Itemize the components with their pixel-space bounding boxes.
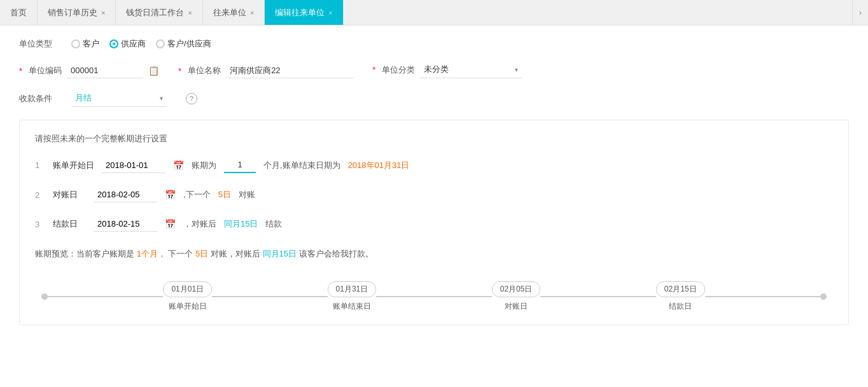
chevron-right-icon: › xyxy=(859,8,862,17)
unit-category-label: 单位分类 xyxy=(382,64,415,76)
close-icon[interactable]: × xyxy=(250,9,254,17)
payment-day-highlight: 同月15日 xyxy=(224,218,258,230)
tabs-bar: 首页 销售订单历史 × 钱货日清工作台 × 往来单位 × 编辑往来单位 × › xyxy=(0,0,868,25)
preview-highlight2: 5日 xyxy=(195,249,208,258)
unit-category-value: 未分类 xyxy=(424,64,512,75)
period-num-2: 2 xyxy=(35,190,45,200)
reconcile-desc-suffix: 对账 xyxy=(239,189,255,201)
chevron-down-icon: ▾ xyxy=(160,95,163,102)
preview-middle: 下一个 xyxy=(168,249,193,258)
close-icon[interactable]: × xyxy=(188,9,192,17)
calendar-icon-1[interactable]: 📅 xyxy=(173,160,184,171)
required-star-code: * xyxy=(19,66,22,76)
radio-circle-supplier xyxy=(109,39,118,48)
timeline-pill-2: 01月31日 xyxy=(328,281,377,297)
unit-type-radio-group: 客户 供应商 客户/供应商 xyxy=(71,38,211,50)
calendar-icon-3[interactable]: 📅 xyxy=(165,219,176,229)
timeline-start-dot xyxy=(41,293,48,300)
copy-icon[interactable]: 📋 xyxy=(148,66,159,76)
timeline-label-4: 结款日 xyxy=(669,301,692,312)
timeline-node-3: 02月05日 对账日 xyxy=(492,281,541,312)
timeline-end-dot xyxy=(820,293,827,300)
unit-name-input[interactable] xyxy=(226,63,353,78)
preview-prefix: 账期预览：当前客户账期是 xyxy=(35,249,134,258)
start-date-input[interactable] xyxy=(102,158,165,173)
radio-customer[interactable]: 客户 xyxy=(71,38,99,50)
payment-date-input[interactable] xyxy=(94,216,157,232)
timeline-line-2 xyxy=(212,296,327,297)
period-desc-months-prefix: 账期为 xyxy=(192,160,216,171)
end-date-highlight: 2018年01月31日 xyxy=(348,160,410,171)
unit-code-input[interactable] xyxy=(67,63,143,78)
radio-customer-supplier[interactable]: 客户/供应商 xyxy=(156,38,211,50)
reconcile-date-input[interactable] xyxy=(94,187,157,202)
timeline-label-3: 对账日 xyxy=(505,301,528,312)
unit-type-label: 单位类型 xyxy=(19,38,52,50)
close-icon[interactable]: × xyxy=(328,9,332,17)
timeline-pill-1: 01月01日 xyxy=(163,281,212,297)
preview-highlight3: 同月15日 xyxy=(263,249,297,258)
preview-highlight1: 1个月， xyxy=(137,249,166,258)
reconcile-desc-prefix: ,下一个 xyxy=(183,189,211,201)
period-row-3: 3 结款日 📅 ，对账后 同月15日 结款 xyxy=(35,216,833,232)
reconcile-day-highlight: 5日 xyxy=(218,189,231,201)
chevron-down-icon: ▾ xyxy=(515,66,518,73)
timeline-line-5 xyxy=(705,296,820,297)
period-label-2: 对账日 xyxy=(53,189,86,201)
period-row-2: 2 对账日 📅 ,下一个 5日 对账 xyxy=(35,187,833,202)
preview-suffix: 该客户会给我打款。 xyxy=(299,249,374,258)
timeline-label-1: 账单开始日 xyxy=(169,301,207,312)
required-star-name: * xyxy=(178,66,181,76)
payment-desc-prefix: ，对账后 xyxy=(183,218,216,230)
unit-name-field: * 单位名称 xyxy=(178,63,353,78)
months-input[interactable] xyxy=(224,157,256,173)
radio-circle-customer xyxy=(71,39,80,48)
tab-partner-units[interactable]: 往来单位 × xyxy=(203,0,265,25)
tab-home-label: 首页 xyxy=(10,7,27,18)
period-label-3: 结款日 xyxy=(53,218,86,230)
radio-label-customer-supplier: 客户/供应商 xyxy=(167,38,211,50)
unit-category-select[interactable]: 未分类 ▾ xyxy=(420,61,522,78)
unit-info-row: * 单位编码 📋 * 单位名称 * 单位分类 未分类 ▾ xyxy=(19,61,849,78)
payment-terms-value: 月结 xyxy=(75,92,157,104)
help-icon[interactable]: ? xyxy=(186,93,197,104)
period-num-1: 1 xyxy=(35,160,45,170)
timeline-label-2: 账单结束日 xyxy=(333,301,371,312)
tab-partner-label: 往来单位 xyxy=(213,7,246,18)
unit-code-label: 单位编码 xyxy=(29,65,62,76)
tab-sales-order-history[interactable]: 销售订单历史 × xyxy=(38,0,116,25)
period-desc-months-suffix: 个月,账单结束日期为 xyxy=(263,160,340,171)
payment-terms-row: 收款条件 月结 ▾ ? xyxy=(19,90,849,107)
timeline-node-2: 01月31日 账单结束日 xyxy=(328,281,377,312)
timeline-pill-3: 02月05日 xyxy=(492,281,541,297)
preview-section: 账期预览：当前客户账期是 1个月， 下一个 5日 对账，对账后 同月15日 该客… xyxy=(35,246,833,262)
preview-after-middle: 对账，对账后 xyxy=(211,249,260,258)
payment-desc-suffix: 结款 xyxy=(265,218,282,230)
settings-card: 请按照未来的一个完整帐期进行设置 1 账单开始日 📅 账期为 个月,账单结束日期… xyxy=(19,120,849,325)
timeline-section: 01月01日 账单开始日 01月31日 账单结束日 02月05日 xyxy=(35,281,833,312)
tab-sales-label: 销售订单历史 xyxy=(48,7,97,18)
radio-label-customer: 客户 xyxy=(83,38,99,50)
unit-name-label: 单位名称 xyxy=(188,65,221,76)
radio-supplier[interactable]: 供应商 xyxy=(109,38,146,50)
timeline-pill-4: 02月15日 xyxy=(656,281,705,297)
timeline-node-1: 01月01日 账单开始日 xyxy=(163,281,212,312)
tab-edit-partner-label: 编辑往来单位 xyxy=(275,7,325,18)
payment-terms-label: 收款条件 xyxy=(19,93,52,104)
tab-edit-partner-units[interactable]: 编辑往来单位 × xyxy=(265,0,343,25)
close-icon[interactable]: × xyxy=(101,9,105,17)
tab-expand-button[interactable]: › xyxy=(852,0,868,25)
unit-code-field: * 单位编码 📋 xyxy=(19,63,159,78)
period-label-1: 账单开始日 xyxy=(53,160,94,171)
payment-terms-select[interactable]: 月结 ▾ xyxy=(71,90,167,107)
required-star-category: * xyxy=(372,65,375,74)
main-content: 单位类型 客户 供应商 客户/供应商 * 单位编码 📋 * xyxy=(0,25,868,387)
period-row-1: 1 账单开始日 📅 账期为 个月,账单结束日期为 2018年01月31日 xyxy=(35,157,833,173)
card-title: 请按照未来的一个完整帐期进行设置 xyxy=(35,133,833,144)
timeline-line-4 xyxy=(540,296,655,297)
tab-cash-goods[interactable]: 钱货日清工作台 × xyxy=(116,0,202,25)
period-num-3: 3 xyxy=(35,220,45,229)
calendar-icon-2[interactable]: 📅 xyxy=(165,190,176,200)
tab-home[interactable]: 首页 xyxy=(0,0,38,25)
unit-type-row: 单位类型 客户 供应商 客户/供应商 xyxy=(19,38,849,50)
